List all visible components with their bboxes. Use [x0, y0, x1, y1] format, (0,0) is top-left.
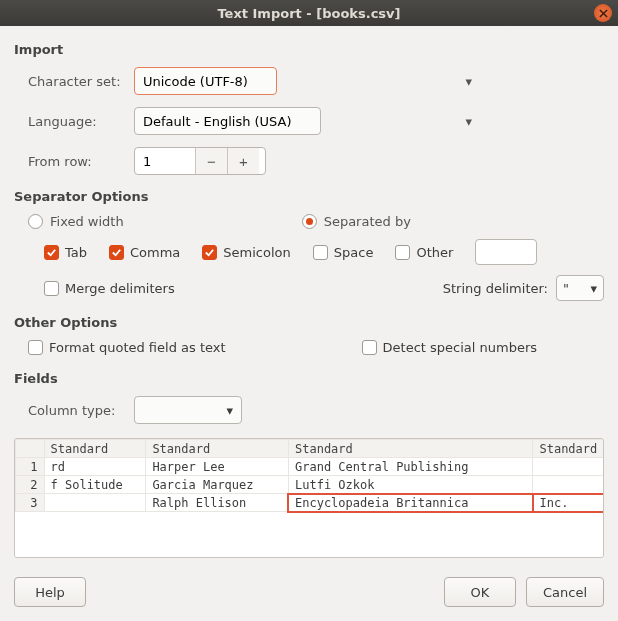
format-quoted-checkbox[interactable]: [28, 340, 43, 355]
chevron-down-icon: ▾: [226, 403, 233, 418]
preview-table-container[interactable]: Standard Standard Standard Standard 1 rd…: [14, 438, 604, 558]
semicolon-checkbox[interactable]: [202, 245, 217, 260]
string-delimiter-select[interactable]: " ▾: [556, 275, 604, 301]
fromrow-row: From row: − +: [28, 147, 604, 175]
other-delimiter-input[interactable]: [475, 239, 537, 265]
merge-row: Merge delimiters String delimiter: " ▾: [44, 275, 604, 301]
charset-label: Character set:: [28, 74, 134, 89]
spin-minus-button[interactable]: −: [195, 148, 227, 174]
col-header-2[interactable]: Standard: [146, 440, 289, 458]
separator-mode-row: Fixed width Separated by: [28, 214, 604, 229]
close-button[interactable]: [594, 4, 612, 22]
other-checkbox[interactable]: [395, 245, 410, 260]
rownum: 3: [16, 494, 45, 512]
format-quoted-label: Format quoted field as text: [49, 340, 226, 355]
column-type-select[interactable]: ▾: [134, 396, 242, 424]
separated-by-label: Separated by: [324, 214, 411, 229]
merge-delimiters-checkbox[interactable]: [44, 281, 59, 296]
section-separator: Separator Options: [14, 189, 604, 204]
table-row[interactable]: 2 f Solitude Garcia Marquez Lutfi Ozkok: [16, 476, 605, 494]
col-header-1[interactable]: Standard: [44, 440, 146, 458]
spin-plus-button[interactable]: +: [227, 148, 259, 174]
table-row[interactable]: 1 rd Harper Lee Grand Central Publishing: [16, 458, 605, 476]
fromrow-input[interactable]: [135, 148, 195, 174]
column-type-row: Column type: ▾: [28, 396, 604, 424]
cell-highlighted: Encyclopadeia Britannica: [288, 494, 532, 512]
rownum: 2: [16, 476, 45, 494]
cell-highlighted: Inc.: [533, 494, 604, 512]
cell: Lutfi Ozkok: [288, 476, 532, 494]
language-label: Language:: [28, 114, 134, 129]
window-title: Text Import - [books.csv]: [217, 6, 400, 21]
cancel-button[interactable]: Cancel: [526, 577, 604, 607]
space-checkbox[interactable]: [313, 245, 328, 260]
cell: rd: [44, 458, 146, 476]
language-row: Language: Default - English (USA) ▾: [28, 107, 604, 135]
semicolon-label: Semicolon: [223, 245, 290, 260]
cell: Grand Central Publishing: [288, 458, 532, 476]
cell: [533, 476, 604, 494]
close-icon: [599, 9, 608, 18]
cell: Harper Lee: [146, 458, 289, 476]
section-other: Other Options: [14, 315, 604, 330]
chevron-down-icon: ▾: [465, 74, 472, 89]
cell: Ralph Ellison: [146, 494, 289, 512]
comma-checkbox[interactable]: [109, 245, 124, 260]
rownum-header[interactable]: [16, 440, 45, 458]
merge-delimiters-label: Merge delimiters: [65, 281, 175, 296]
preview-table: Standard Standard Standard Standard 1 rd…: [15, 439, 604, 512]
cell: [44, 494, 146, 512]
language-select[interactable]: Default - English (USA): [134, 107, 321, 135]
tab-label: Tab: [65, 245, 87, 260]
section-fields: Fields: [14, 371, 604, 386]
fixed-width-radio[interactable]: [28, 214, 43, 229]
ok-button[interactable]: OK: [444, 577, 516, 607]
column-type-label: Column type:: [28, 403, 134, 418]
delimiter-checks: Tab Comma Semicolon Space Other: [44, 239, 604, 265]
dialog-content: Import Character set: Unicode (UTF-8) ▾ …: [0, 26, 618, 565]
separated-by-radio[interactable]: [302, 214, 317, 229]
cell: [533, 458, 604, 476]
fromrow-spinner: − +: [134, 147, 266, 175]
tab-checkbox[interactable]: [44, 245, 59, 260]
dialog-footer: Help OK Cancel: [0, 565, 618, 621]
titlebar: Text Import - [books.csv]: [0, 0, 618, 26]
cell: f Solitude: [44, 476, 146, 494]
charset-row: Character set: Unicode (UTF-8) ▾: [28, 67, 604, 95]
chevron-down-icon: ▾: [590, 281, 597, 296]
other-label: Other: [416, 245, 453, 260]
charset-select[interactable]: Unicode (UTF-8): [134, 67, 277, 95]
section-import: Import: [14, 42, 604, 57]
comma-label: Comma: [130, 245, 180, 260]
col-header-4[interactable]: Standard: [533, 440, 604, 458]
help-button[interactable]: Help: [14, 577, 86, 607]
fixed-width-label: Fixed width: [50, 214, 124, 229]
dialog-window: Text Import - [books.csv] Import Charact…: [0, 0, 618, 621]
detect-special-label: Detect special numbers: [383, 340, 537, 355]
string-delimiter-value: ": [563, 281, 569, 296]
string-delimiter-label: String delimiter:: [443, 281, 548, 296]
cell: Garcia Marquez: [146, 476, 289, 494]
other-options-row: Format quoted field as text Detect speci…: [28, 340, 604, 355]
rownum: 1: [16, 458, 45, 476]
col-header-3[interactable]: Standard: [288, 440, 532, 458]
table-header-row: Standard Standard Standard Standard: [16, 440, 605, 458]
table-row[interactable]: 3 Ralph Ellison Encyclopadeia Britannica…: [16, 494, 605, 512]
space-label: Space: [334, 245, 374, 260]
fromrow-label: From row:: [28, 154, 134, 169]
detect-special-checkbox[interactable]: [362, 340, 377, 355]
chevron-down-icon: ▾: [465, 114, 472, 129]
